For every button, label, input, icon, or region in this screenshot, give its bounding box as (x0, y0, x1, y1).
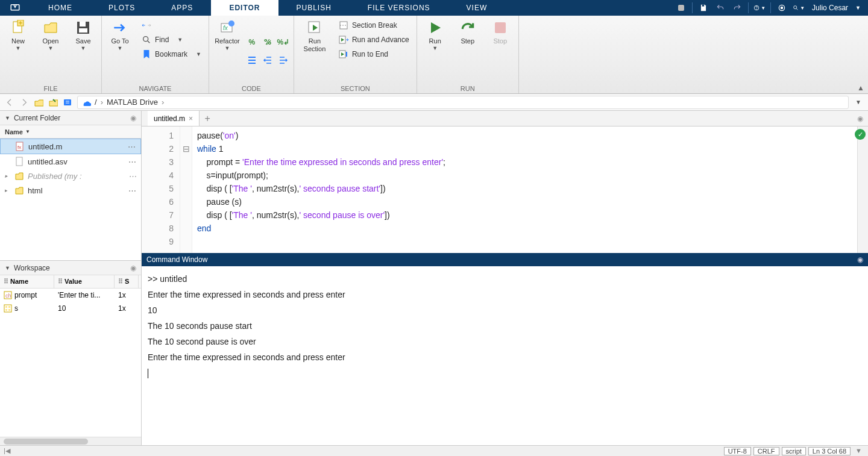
run-group: Run ▼ Step Stop RUN (417, 16, 519, 93)
address-bar: / › MATLAB Drive › ▼ (0, 94, 868, 111)
code-ok-icon: ✓ (855, 129, 866, 140)
fold-gutter[interactable]: ⊟ (180, 126, 192, 253)
file-item[interactable]: ▸Published (my :⋯ (0, 169, 141, 183)
svg-rect-12 (79, 28, 87, 33)
tab-file-versions[interactable]: FILE VERSIONS (350, 0, 448, 16)
svg-rect-11 (80, 22, 86, 27)
file-item[interactable]: ▸html⋯ (0, 183, 141, 198)
tab-view[interactable]: VIEW (448, 0, 506, 16)
file-menu-icon[interactable]: ⋯ (128, 142, 136, 151)
navigate-group: Go To ▼ Find ▼ Bookmark ▼ NAVIGATE (102, 16, 209, 93)
svg-rect-21 (495, 22, 506, 33)
tab-editor[interactable]: EDITOR (211, 0, 278, 16)
run-to-end-button[interactable]: Run to End (335, 48, 413, 60)
save-icon[interactable] (697, 2, 709, 14)
add-tab-button[interactable]: + (200, 113, 215, 124)
file-menu-icon[interactable]: ⋯ (128, 157, 136, 166)
svg-point-6 (781, 7, 783, 9)
vertical-scrollbar[interactable] (857, 126, 868, 253)
nav-arrows[interactable] (138, 19, 205, 31)
indent-icon[interactable] (245, 54, 259, 67)
svg-text:fx: fx (17, 145, 21, 150)
indent-right-icon[interactable] (277, 54, 290, 67)
sort-caret-icon: ▼ (25, 129, 30, 134)
help-icon[interactable]: ▼ (753, 2, 766, 14)
collapse-panel-icon[interactable]: ▼ (5, 265, 10, 271)
outdent-left-icon[interactable] (261, 54, 274, 67)
run-and-advance-button[interactable]: Run and Advance (335, 34, 413, 46)
file-menu-icon[interactable]: ⋯ (128, 186, 136, 195)
run-section-button[interactable]: Run Section (298, 18, 332, 83)
close-tab-icon[interactable]: × (189, 114, 193, 123)
run-button[interactable]: Run ▼ (421, 18, 450, 83)
goto-start-icon[interactable]: |◀ (4, 447, 10, 455)
collapse-panel-icon[interactable]: ▼ (5, 115, 10, 121)
left-pane: ▼ Current Folder ◉ Name ▼ fxuntitled.m⋯u… (0, 111, 142, 445)
svg-rect-25 (16, 157, 22, 166)
find-button[interactable]: Find ▼ (138, 34, 205, 46)
user-caret-icon[interactable]: ▼ (855, 5, 861, 11)
editor-tab[interactable]: untitled.m × (148, 111, 200, 126)
gear-icon[interactable]: ◉ (857, 255, 863, 264)
svg-rect-30 (8, 306, 10, 308)
tab-home[interactable]: HOME (30, 0, 90, 16)
expand-icon[interactable]: ▼ (853, 447, 864, 455)
eol-cell[interactable]: CRLF (753, 447, 779, 455)
gear-icon[interactable]: ◉ (852, 114, 868, 123)
file-item[interactable]: fxuntitled.m⋯ (0, 139, 141, 154)
horizontal-scrollbar[interactable] (0, 437, 141, 445)
filetype-cell[interactable]: script (782, 447, 806, 455)
section-break-button[interactable]: Section Break (335, 19, 413, 31)
undo-icon[interactable] (714, 2, 726, 14)
file-menu-icon[interactable]: ⋯ (128, 172, 136, 181)
username-label[interactable]: Julio Cesar (810, 4, 851, 12)
path-dropdown-icon[interactable]: ▼ (852, 96, 864, 108)
command-window[interactable]: >> untitledEnter the time expressed in s… (142, 266, 868, 445)
back-icon[interactable] (4, 96, 16, 108)
code-area[interactable]: pause('on')while 1 prompt = 'Enter the t… (192, 126, 857, 253)
svg-rect-32 (8, 309, 10, 311)
redo-icon[interactable] (731, 2, 743, 14)
name-column-header[interactable]: Name ▼ (0, 125, 141, 139)
current-folder-header: ▼ Current Folder ◉ (0, 111, 141, 125)
encoding-cell[interactable]: UTF-8 (724, 447, 751, 455)
comment-percent-icon[interactable]: % (245, 36, 259, 49)
tab-publish[interactable]: PUBLISH (278, 0, 350, 16)
stop-button[interactable]: Stop (486, 18, 515, 83)
new-button[interactable]: New ▼ (4, 18, 33, 83)
main-area: ▼ Current Folder ◉ Name ▼ fxuntitled.m⋯u… (0, 111, 868, 445)
browse-folder-icon[interactable] (61, 96, 74, 108)
forward-icon[interactable] (18, 96, 30, 108)
gear-icon[interactable]: ◉ (130, 114, 136, 122)
file-type-icon (14, 157, 24, 166)
record-icon[interactable] (675, 2, 687, 14)
folder-tree-icon[interactable] (47, 96, 59, 108)
workspace-row[interactable]: s101x (0, 302, 141, 315)
bookmark-button[interactable]: Bookmark ▼ (138, 48, 205, 60)
tab-plots[interactable]: PLOTS (90, 0, 153, 16)
app-logo (0, 2, 30, 13)
goto-button[interactable]: Go To ▼ (105, 18, 134, 83)
file-group: New ▼ Open ▼ Save ▼ FILE (0, 16, 102, 93)
menubar-right: ▼ ▼ Julio Cesar ▼ (675, 2, 868, 14)
cursor-position-cell[interactable]: Ln 3 Col 68 (808, 447, 851, 455)
file-item[interactable]: untitled.asv⋯ (0, 154, 141, 169)
uncomment-icon[interactable]: %̷ (261, 36, 274, 49)
open-button[interactable]: Open ▼ (36, 18, 65, 83)
save-button[interactable]: Save ▼ (69, 18, 98, 83)
search-icon[interactable]: ▼ (793, 2, 805, 14)
svg-rect-2 (702, 5, 705, 7)
collapse-toolstrip-icon[interactable]: ▲ (857, 84, 864, 92)
code-editor[interactable]: 123456789 ⊟ pause('on')while 1 prompt = … (142, 126, 868, 253)
wrap-comment-icon[interactable]: %↲ (277, 36, 290, 49)
workspace-row[interactable]: chprompt'Enter the ti...1x (0, 289, 141, 302)
gear-icon[interactable]: ◉ (130, 264, 136, 272)
svg-rect-28 (4, 305, 11, 312)
target-icon[interactable] (776, 2, 788, 14)
tab-apps[interactable]: APPS (153, 0, 211, 16)
refactor-button[interactable]: fx Refactor ▼ (213, 18, 242, 83)
step-button[interactable]: Step (453, 18, 482, 83)
svg-point-7 (794, 6, 797, 9)
breadcrumb[interactable]: / › MATLAB Drive › (77, 96, 849, 109)
up-folder-icon[interactable] (33, 96, 45, 108)
